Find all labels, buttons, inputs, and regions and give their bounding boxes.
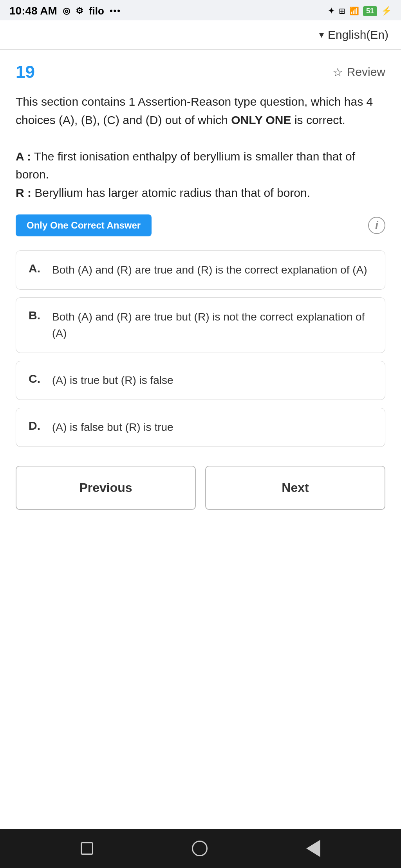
- charging-icon: ⚡: [381, 6, 392, 16]
- option-d[interactable]: D. (A) is false but (R) is true: [16, 408, 385, 447]
- language-selector[interactable]: ▾ English(En): [319, 28, 388, 41]
- navigation-buttons: Previous Next: [16, 466, 385, 522]
- android-nav-bar: [0, 829, 401, 868]
- time-display: 10:48 AM: [9, 5, 57, 17]
- battery-display: 51: [363, 6, 377, 16]
- more-icon: •••: [110, 6, 121, 16]
- language-bar: ▾ English(En): [0, 20, 401, 50]
- option-a[interactable]: A. Both (A) and (R) are true and (R) is …: [16, 250, 385, 290]
- option-b-letter: B.: [29, 309, 43, 322]
- options-container: A. Both (A) and (R) are true and (R) is …: [16, 250, 385, 447]
- answer-type-badge: Only One Correct Answer: [16, 214, 152, 236]
- chevron-down-icon: ▾: [319, 29, 324, 40]
- status-left: 10:48 AM ◎ ⚙ filo •••: [9, 5, 121, 17]
- only-one-bold: ONLY ONE: [231, 113, 291, 126]
- back-square-icon[interactable]: [81, 842, 93, 855]
- next-button[interactable]: Next: [205, 466, 385, 510]
- language-label: English(En): [328, 28, 388, 41]
- wifi-icon: ⊞: [339, 6, 345, 16]
- home-circle-icon[interactable]: [192, 841, 208, 856]
- question-header: 19 ☆ Review: [16, 62, 385, 82]
- bluetooth-icon: ✦: [328, 6, 335, 16]
- option-a-text: Both (A) and (R) are true and (R) is the…: [52, 262, 367, 278]
- question-intro: This section contains 1 Assertion-Reason…: [16, 95, 373, 126]
- option-b[interactable]: B. Both (A) and (R) are true but (R) is …: [16, 297, 385, 353]
- star-icon: ☆: [332, 65, 343, 79]
- review-button[interactable]: ☆ Review: [332, 65, 385, 79]
- circle-icon: ◎: [63, 6, 70, 16]
- previous-button[interactable]: Previous: [16, 466, 196, 510]
- signal-icon: 📶: [349, 6, 359, 16]
- answer-type-row: Only One Correct Answer i: [16, 214, 385, 236]
- review-label: Review: [347, 65, 385, 79]
- option-c-text: (A) is true but (R) is false: [52, 372, 173, 389]
- back-triangle-icon[interactable]: [306, 840, 320, 857]
- status-right: ✦ ⊞ 📶 51 ⚡: [328, 6, 392, 16]
- status-bar: 10:48 AM ◎ ⚙ filo ••• ✦ ⊞ 📶 51 ⚡: [0, 0, 401, 20]
- settings-icon: ⚙: [76, 6, 83, 16]
- option-b-text: Both (A) and (R) are true but (R) is not…: [52, 309, 372, 342]
- main-content: 19 ☆ Review This section contains 1 Asse…: [0, 50, 401, 829]
- assertion-text: The first ionisation enthalpy of berylli…: [16, 150, 355, 181]
- assertion-label: A :: [16, 150, 31, 163]
- reason-label: R :: [16, 186, 31, 199]
- option-d-letter: D.: [29, 419, 43, 432]
- app-name: filo: [89, 5, 104, 17]
- reason-text: Beryllium has larger atomic radius than …: [34, 186, 310, 199]
- option-d-text: (A) is false but (R) is true: [52, 419, 173, 436]
- option-c[interactable]: C. (A) is true but (R) is false: [16, 361, 385, 400]
- option-c-letter: C.: [29, 372, 43, 385]
- info-symbol: i: [375, 219, 378, 232]
- option-a-letter: A.: [29, 262, 43, 275]
- question-number: 19: [16, 62, 35, 82]
- question-body: This section contains 1 Assertion-Reason…: [16, 93, 385, 202]
- info-icon[interactable]: i: [368, 217, 385, 234]
